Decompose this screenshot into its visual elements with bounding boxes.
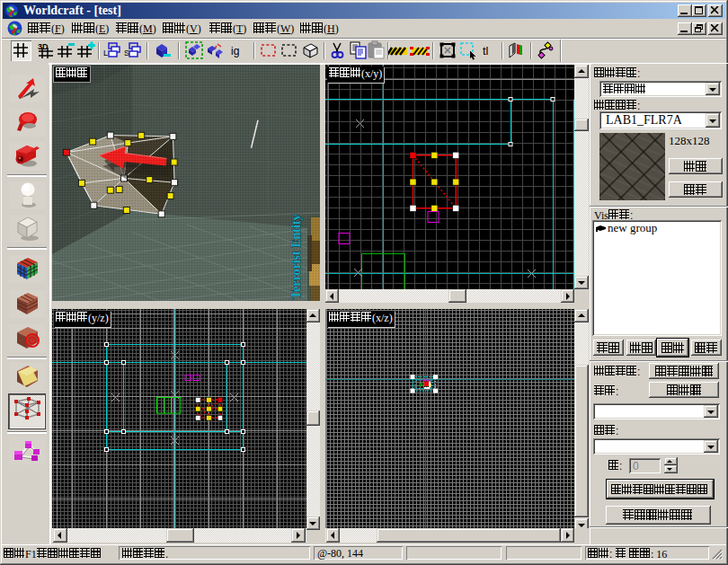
svg-text:L: L [103,49,108,57]
svg-text:Terrorist Entity: Terrorist Entity [289,215,303,300]
svg-text:S: S [124,49,129,57]
svg-text:tl: tl [483,44,489,57]
svg-text:ig: ig [231,45,239,57]
svg-text:3D: 3D [38,42,49,51]
